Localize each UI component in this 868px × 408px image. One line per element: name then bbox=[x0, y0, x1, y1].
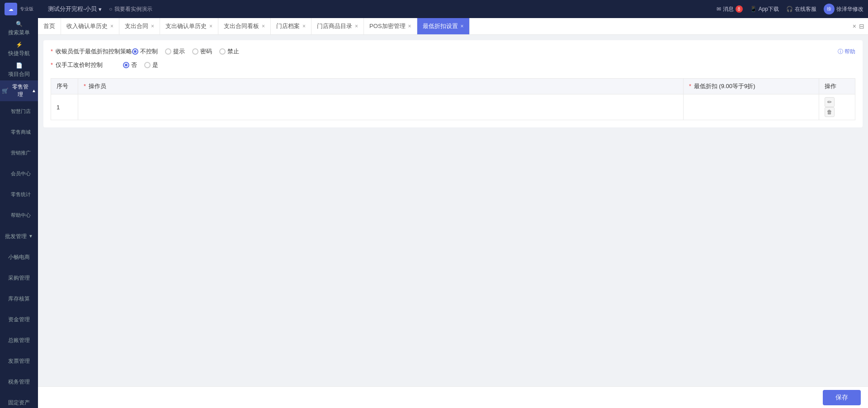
edit-row-button[interactable]: ✏ bbox=[825, 97, 835, 107]
discount-table: 序号 * 操作员 * 最低折扣 (9.00等于9折) 操作 bbox=[51, 78, 855, 120]
tab-store-products[interactable]: 门店商品目录 × bbox=[311, 18, 364, 34]
sidebar-item-quicknav[interactable]: ⚡ 快捷导航 bbox=[0, 39, 38, 60]
radio-password[interactable]: 密码 bbox=[192, 47, 212, 56]
table-head: 序号 * 操作员 * 最低折扣 (9.00等于9折) 操作 bbox=[51, 79, 855, 94]
support-icon: 🎧 bbox=[786, 6, 793, 12]
radio-no-control[interactable]: 不控制 bbox=[132, 47, 158, 56]
tab-close-expense-board[interactable]: × bbox=[262, 23, 265, 29]
help-link[interactable]: ⓘ 帮助 bbox=[838, 48, 855, 56]
message-badge: 8 bbox=[736, 5, 743, 13]
sidebar-item-smart-store[interactable]: 智慧门店 bbox=[0, 101, 38, 122]
sidebar-item-wholesale[interactable]: 批发管理 ▼ bbox=[0, 226, 38, 247]
table-container: 序号 * 操作员 * 最低折扣 (9.00等于9折) 操作 bbox=[51, 75, 855, 120]
download-icon: 📱 bbox=[750, 6, 757, 12]
required-mark: * bbox=[51, 48, 53, 55]
demo-link[interactable]: ○ 我要看实例演示 bbox=[109, 5, 152, 13]
tab-bar: 首页 收入确认单历史 × 支出合同 × 支出确认单历史 × 支出合同看板 × bbox=[38, 18, 868, 34]
sidebar-item-marketing[interactable]: 营销推广 bbox=[0, 143, 38, 164]
sidebar-item-ledger[interactable]: 总账管理 bbox=[0, 330, 38, 351]
tab-close-pos-management[interactable]: × bbox=[408, 23, 411, 29]
tab-bar-wrapper: 首页 收入确认单历史 × 支出合同 × 支出确认单历史 × 支出合同看板 × bbox=[38, 18, 868, 35]
message-icon: ✉ bbox=[717, 6, 721, 12]
sidebar-item-fixed-assets[interactable]: 固定资产 bbox=[0, 392, 38, 408]
th-seq: 序号 bbox=[51, 79, 78, 94]
tab-close-min-discount[interactable]: × bbox=[461, 23, 464, 29]
cashier-policy-label: * 收银员低于最低折扣控制策略 bbox=[51, 47, 132, 56]
manual-control-row: * 仅手工改价时控制 否 是 bbox=[51, 61, 855, 69]
app-download-button[interactable]: 📱 App下载 bbox=[750, 5, 779, 13]
chevron-down-icon: ▼ bbox=[28, 233, 33, 239]
tab-expense-board[interactable]: 支出合同看板 × bbox=[218, 18, 271, 34]
message-button[interactable]: ✉ 消息 8 bbox=[717, 5, 743, 13]
online-support-button[interactable]: 🎧 在线客服 bbox=[786, 5, 816, 13]
top-bar: ☁ 专业版 测试分开完程-小贝 ▾ ○ 我要看实例演示 ✉ 消息 8 📱 App… bbox=[0, 0, 868, 18]
th-min-discount: * 最低折扣 (9.00等于9折) bbox=[684, 79, 819, 94]
tab-min-discount[interactable]: 最低折扣设置 × bbox=[417, 18, 470, 34]
table-header-row: 序号 * 操作员 * 最低折扣 (9.00等于9折) 操作 bbox=[51, 79, 855, 94]
sidebar-item-finance[interactable]: 资金管理 bbox=[0, 309, 38, 330]
content-area: 首页 收入确认单历史 × 支出合同 × 支出确认单历史 × 支出合同看板 × bbox=[38, 18, 868, 408]
sidebar-item-inventory[interactable]: 库存核算 bbox=[0, 288, 38, 309]
sidebar: 🔍 搜索菜单 ⚡ 快捷导航 📄 项目合同 🛒 零售管理 ▲ 智慧门店 零售商城 … bbox=[0, 18, 38, 408]
radio-forbid[interactable]: 禁止 bbox=[219, 47, 239, 56]
th-actions: 操作 bbox=[819, 79, 855, 94]
page-content: * 收银员低于最低折扣控制策略 不控制 提示 bbox=[38, 35, 868, 386]
required-mark-operator: * bbox=[84, 83, 86, 89]
tab-home[interactable]: 首页 bbox=[38, 18, 61, 34]
radio-circle-forbid bbox=[219, 48, 226, 55]
tab-expense-history[interactable]: 支出确认单历史 × bbox=[160, 18, 218, 34]
close-tab-button[interactable]: × bbox=[853, 23, 856, 30]
maximize-tab-button[interactable]: ⊟ bbox=[859, 23, 864, 30]
delete-row-button[interactable]: 🗑 bbox=[825, 107, 835, 117]
project-name: 测试分开完程-小贝 bbox=[48, 5, 97, 13]
logo-icon: ☁ bbox=[5, 3, 17, 15]
tab-store-archive[interactable]: 门店档案 × bbox=[271, 18, 311, 34]
main-layout: 🔍 搜索菜单 ⚡ 快捷导航 📄 项目合同 🛒 零售管理 ▲ 智慧门店 零售商城 … bbox=[0, 18, 868, 408]
tab-income-history[interactable]: 收入确认单历史 × bbox=[61, 18, 119, 34]
project-selector[interactable]: 测试分开完程-小贝 ▾ bbox=[44, 4, 105, 14]
tab-close-income-history[interactable]: × bbox=[110, 23, 113, 29]
logo-area: ☁ 专业版 bbox=[5, 3, 41, 15]
sidebar-item-tax[interactable]: 税务管理 bbox=[0, 371, 38, 392]
sidebar-item-retail-stats[interactable]: 零售统计 bbox=[0, 184, 38, 205]
logo-text: 专业版 bbox=[20, 6, 33, 12]
cell-seq: 1 bbox=[51, 94, 78, 120]
save-button[interactable]: 保存 bbox=[823, 390, 861, 405]
radio-yes[interactable]: 是 bbox=[144, 61, 158, 69]
table-body: 1 ✏ 🗑 bbox=[51, 94, 855, 120]
sidebar-item-retail[interactable]: 🛒 零售管理 ▲ bbox=[0, 80, 38, 101]
manual-control-label: * 仅手工改价时控制 bbox=[51, 61, 123, 69]
tab-close-store-archive[interactable]: × bbox=[302, 23, 306, 29]
sidebar-item-help[interactable]: 帮助中心 bbox=[0, 205, 38, 226]
radio-circle-password bbox=[192, 48, 198, 55]
cashier-policy-options: 不控制 提示 密码 禁止 bbox=[132, 47, 239, 56]
demo-circle-icon: ○ bbox=[109, 6, 112, 12]
tab-close-expense-contract[interactable]: × bbox=[151, 23, 154, 29]
top-bar-right: ✉ 消息 8 📱 App下载 🎧 在线客服 徐 徐泽华修改 bbox=[717, 4, 863, 14]
radio-circle-no bbox=[123, 62, 129, 68]
table-row: 1 ✏ 🗑 bbox=[51, 94, 855, 120]
sidebar-item-contract[interactable]: 📄 项目合同 bbox=[0, 60, 38, 80]
radio-circle-no-control bbox=[132, 48, 138, 55]
tab-close-store-products[interactable]: × bbox=[355, 23, 358, 29]
search-icon: 🔍 bbox=[16, 20, 23, 28]
radio-no[interactable]: 否 bbox=[123, 61, 137, 69]
sidebar-item-member[interactable]: 会员中心 bbox=[0, 164, 38, 184]
tab-pos-management[interactable]: POS加密管理 × bbox=[364, 18, 417, 34]
sidebar-item-online-mall[interactable]: 零售商城 bbox=[0, 122, 38, 143]
sidebar-item-search[interactable]: 🔍 搜索菜单 bbox=[0, 18, 38, 39]
tab-close-expense-history[interactable]: × bbox=[209, 23, 212, 29]
sidebar-item-invoice[interactable]: 发票管理 bbox=[0, 351, 38, 371]
th-operator: * 操作员 bbox=[78, 79, 684, 94]
user-menu[interactable]: 徐 徐泽华修改 bbox=[824, 4, 863, 14]
sidebar-item-ecommerce[interactable]: 小畅电商 bbox=[0, 247, 38, 267]
cell-min-discount bbox=[684, 94, 819, 120]
required-mark-discount: * bbox=[689, 83, 691, 89]
required-mark-2: * bbox=[51, 61, 53, 68]
tab-expense-contract[interactable]: 支出合同 × bbox=[119, 18, 160, 34]
chevron-up-icon: ▲ bbox=[32, 88, 36, 94]
sidebar-item-purchase[interactable]: 采购管理 bbox=[0, 267, 38, 288]
radio-prompt[interactable]: 提示 bbox=[165, 47, 185, 56]
manual-control-options: 否 是 bbox=[123, 61, 158, 69]
retail-icon: 🛒 bbox=[2, 87, 9, 95]
